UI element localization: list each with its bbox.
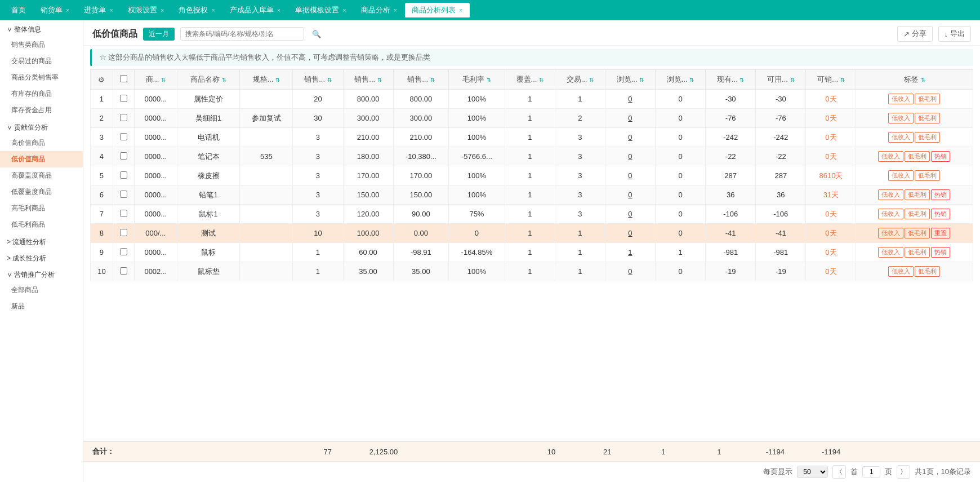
row-no: 8 xyxy=(91,224,113,243)
th-current-stock[interactable]: 现有... ⇅ xyxy=(706,70,756,90)
th-spec[interactable]: 规格... ⇅ xyxy=(240,70,293,90)
table-row: 40000...笔记本5353180.00-10,380...-5766.6..… xyxy=(91,147,973,166)
th-sales-qty[interactable]: 销售... ⇅ xyxy=(293,70,343,90)
nav-item-首页[interactable]: 首页 xyxy=(5,3,33,17)
th-checkbox[interactable] xyxy=(113,70,134,90)
row-sales-profit: 90.00 xyxy=(393,205,449,224)
th-gross-margin[interactable]: 毛利率 ⇅ xyxy=(449,70,505,90)
row-available: -76 xyxy=(756,109,806,128)
row-sales-profit: 800.00 xyxy=(393,90,449,109)
nav-item-进货单[interactable]: 进货单× xyxy=(77,3,119,17)
nav-item-角色授权[interactable]: 角色授权× xyxy=(172,3,221,17)
table-container[interactable]: ⚙ 商... ⇅ 商品名称 ⇅ 规格... ⇅ 销售... ⇅ 销售... ⇅ … xyxy=(83,69,980,441)
close-icon[interactable]: × xyxy=(161,7,164,14)
row-checkbox[interactable] xyxy=(120,114,127,121)
nav-item-权限设置[interactable]: 权限设置× xyxy=(121,3,171,17)
row-checkbox[interactable] xyxy=(120,191,127,198)
sidebar-item-交易过的商品[interactable]: 交易过的商品 xyxy=(0,53,83,69)
current-page-input[interactable] xyxy=(862,466,880,477)
row-views2: 0 xyxy=(656,205,706,224)
close-icon[interactable]: × xyxy=(342,7,346,14)
table-row: 50000...橡皮擦3170.00170.00100%130028728786… xyxy=(91,166,973,185)
sidebar-item-高毛利商品[interactable]: 高毛利商品 xyxy=(0,200,83,216)
th-transactions[interactable]: 交易... ⇅ xyxy=(555,70,605,90)
row-checkbox[interactable] xyxy=(120,267,127,275)
row-sales-amount: 150.00 xyxy=(343,185,393,205)
th-sales-amount[interactable]: 销售... ⇅ xyxy=(343,70,393,90)
sidebar-item-新品[interactable]: 新品 xyxy=(0,298,83,315)
sidebar-item-销售类商品[interactable]: 销售类商品 xyxy=(0,37,83,53)
sidebar-item-低覆盖度商品[interactable]: 低覆盖度商品 xyxy=(0,184,83,200)
share-button[interactable]: ↗ 分享 xyxy=(897,26,933,42)
row-no: 2 xyxy=(91,109,113,128)
row-tags: 低收入低毛利 xyxy=(856,262,973,281)
sidebar-section-title[interactable]: > 成长性分析 xyxy=(0,249,83,266)
sidebar-section-title[interactable]: > 流通性分析 xyxy=(0,233,83,249)
row-tags: 低收入低毛利热销 xyxy=(856,185,973,205)
sidebar-item-全部商品[interactable]: 全部商品 xyxy=(0,282,83,298)
export-button[interactable]: ↓ 导出 xyxy=(938,26,972,42)
row-name: 属性定价 xyxy=(177,90,240,109)
nav-item-产成品入库单[interactable]: 产成品入库单× xyxy=(223,3,287,17)
row-current-stock: -22 xyxy=(706,147,756,166)
row-code: 0002... xyxy=(134,262,177,281)
th-code[interactable]: 商... ⇅ xyxy=(134,70,177,90)
row-checkbox-cell xyxy=(113,185,134,205)
search-input[interactable] xyxy=(180,27,304,41)
th-available[interactable]: 可用... ⇅ xyxy=(756,70,806,90)
th-sales-profit[interactable]: 销售... ⇅ xyxy=(393,70,449,90)
th-settings[interactable]: ⚙ xyxy=(91,70,113,90)
row-checkbox[interactable] xyxy=(120,152,127,160)
close-icon[interactable]: × xyxy=(277,7,280,14)
footer-available: -1194 xyxy=(803,448,859,456)
th-name[interactable]: 商品名称 ⇅ xyxy=(177,70,240,90)
row-gross-margin: 100% xyxy=(449,90,505,109)
sidebar-item-有库存的商品[interactable]: 有库存的商品 xyxy=(0,86,83,102)
row-coverage: 1 xyxy=(505,224,555,243)
nav-item-商品分析[interactable]: 商品分析× xyxy=(354,3,404,17)
row-checkbox[interactable] xyxy=(120,229,127,236)
row-available: -41 xyxy=(756,224,806,243)
first-page-button[interactable]: 〈 xyxy=(832,465,846,479)
row-checkbox[interactable] xyxy=(120,171,127,179)
sidebar-section-title[interactable]: ∨ 贡献值分析 xyxy=(0,118,83,135)
close-icon[interactable]: × xyxy=(211,7,215,14)
th-views2[interactable]: 浏览... ⇅ xyxy=(656,70,706,90)
th-views1[interactable]: 浏览... ⇅ xyxy=(605,70,655,90)
row-gross-margin: -5766.6... xyxy=(449,147,505,166)
close-icon[interactable]: × xyxy=(394,7,397,14)
row-checkbox[interactable] xyxy=(120,133,127,140)
sidebar-item-高覆盖度商品[interactable]: 高覆盖度商品 xyxy=(0,167,83,184)
row-gross-margin: 100% xyxy=(449,166,505,185)
row-checkbox[interactable] xyxy=(120,248,127,255)
nav-item-商品分析列表[interactable]: 商品分析列表× xyxy=(405,3,469,17)
sidebar-item-库存资金占用[interactable]: 库存资金占用 xyxy=(0,102,83,118)
page-title: 低价值商品 xyxy=(92,28,137,40)
nav-item-销货单[interactable]: 销货单× xyxy=(34,3,76,17)
sidebar-section-title[interactable]: ∨ 整体信息 xyxy=(0,20,83,37)
page-size-select[interactable]: 50 100 xyxy=(797,466,828,478)
next-page-button[interactable]: 〉 xyxy=(897,465,910,479)
sidebar-item-低价值商品[interactable]: 低价值商品 xyxy=(0,151,83,167)
row-checkbox[interactable] xyxy=(120,95,127,102)
th-tags[interactable]: 标签 ⇅ xyxy=(856,70,973,90)
nav-item-单据模板设置[interactable]: 单据模板设置× xyxy=(288,3,353,17)
select-all-checkbox[interactable] xyxy=(120,75,127,82)
sidebar-item-商品分类销售率[interactable]: 商品分类销售率 xyxy=(0,69,83,86)
row-checkbox-cell xyxy=(113,262,134,281)
row-sellable: 0天 xyxy=(806,109,856,128)
sidebar-section-title[interactable]: ∨ 营销推广分析 xyxy=(0,266,83,282)
sidebar-item-高价值商品[interactable]: 高价值商品 xyxy=(0,135,83,151)
row-current-stock: -242 xyxy=(706,128,756,147)
th-coverage[interactable]: 覆盖... ⇅ xyxy=(505,70,555,90)
row-spec xyxy=(240,128,293,147)
row-sales-amount: 35.00 xyxy=(343,262,393,281)
th-sellable[interactable]: 可销... ⇅ xyxy=(806,70,856,90)
sidebar-item-低毛利商品[interactable]: 低毛利商品 xyxy=(0,216,83,233)
close-icon[interactable]: × xyxy=(459,7,462,14)
filter-button[interactable]: 近一月 xyxy=(143,28,175,41)
row-checkbox[interactable] xyxy=(120,210,127,217)
close-icon[interactable]: × xyxy=(109,7,113,14)
row-spec: 参加复试 xyxy=(240,109,293,128)
close-icon[interactable]: × xyxy=(66,7,69,14)
